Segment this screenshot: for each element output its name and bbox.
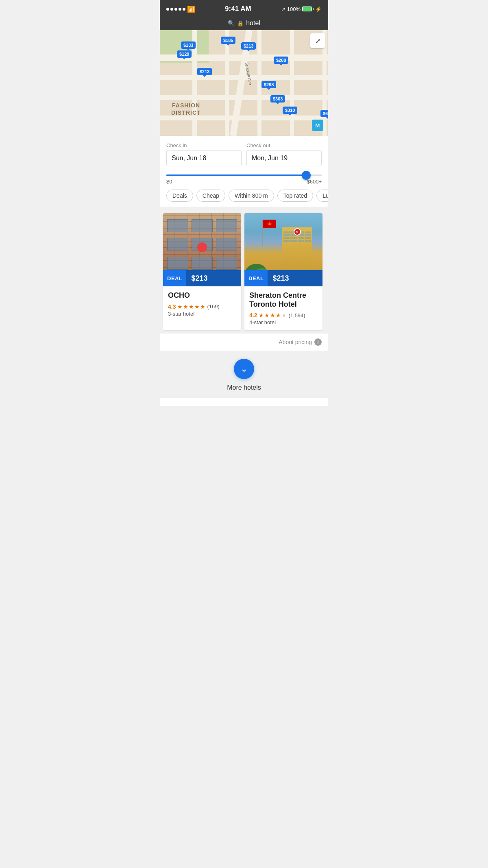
star-4: ★ [276,312,281,318]
filter-chips: Deals Cheap Within 800 m Top rated Luxur… [160,185,328,207]
safe-area [160,398,328,406]
divider [160,207,328,210]
price-pin[interactable]: $133 [181,41,196,49]
svg-rect-8 [257,30,261,136]
wifi-icon: 📶 [187,5,195,13]
more-hotels-button[interactable]: ⌄ [234,359,254,379]
deal-price-ocho: $213 [186,270,241,286]
hotel-card-ocho[interactable]: DEAL $213 OCHO 4.3 ★ ★ ★ ★ ★ (169) 3-sta… [163,213,241,330]
hotel-image-ocho: DEAL $213 [163,213,241,286]
lock-icon: 🔒 [237,20,244,26]
checkin-field[interactable]: Check in Sun, Jun 18 [166,142,242,166]
star-3: ★ [270,312,275,318]
rating-row-sheraton: 4.2 ★ ★ ★ ★ ★ (1,594) [249,312,318,318]
svg-rect-4 [160,95,328,100]
charging-icon: ⚡ [315,6,322,12]
transit-icon[interactable]: M [312,120,323,131]
rating-score-sheraton: 4.2 [249,312,257,318]
chevron-down-icon: ⌄ [240,364,248,373]
svg-rect-9 [290,30,294,136]
hotel-info-ocho: OCHO 4.3 ★ ★ ★ ★ ★ (169) 3-star hotel [163,286,241,322]
svg-rect-7 [225,30,229,136]
hotel-name-ocho: OCHO [168,291,236,300]
review-count-ocho: (169) [207,303,219,310]
deal-label-sheraton: DEAL [244,270,268,286]
star-1: ★ [259,312,264,318]
checkout-label: Check out [246,142,322,148]
status-right: ↗ 100% ⚡ [281,6,322,12]
price-pin[interactable]: $310 [283,107,297,114]
map-expand-button[interactable]: ⤢ [310,33,325,48]
rating-row-ocho: 4.3 ★ ★ ★ ★ ★ (169) [168,303,236,310]
star-4: ★ [194,303,200,310]
date-section: Check in Sun, Jun 18 Check out Mon, Jun … [160,136,328,166]
status-left: 📶 [166,5,195,13]
filter-chip-luxury[interactable]: Luxury [316,190,328,202]
slider-thumb[interactable] [302,171,311,180]
slider-fill [166,174,306,176]
hotel-image-sheraton: S 🍁 DEAL $213 [244,213,322,286]
review-count-sheraton: (1,594) [288,312,305,318]
filter-chip-deals[interactable]: Deals [166,190,193,202]
slider-track[interactable] [166,174,322,176]
hotel-card-sheraton[interactable]: S 🍁 DEAL $213 Sheraton Centre Toronto Ho… [244,213,322,330]
checkin-input[interactable]: Sun, Jun 18 [166,150,242,166]
map-area[interactable]: FASHION DISTRICT Spadina Ave $133 $129 $… [160,30,328,136]
price-pin[interactable]: $213 [197,68,212,75]
price-pin[interactable]: $288 [274,57,288,64]
filter-chip-cheap[interactable]: Cheap [196,190,225,202]
date-row: Check in Sun, Jun 18 Check out Mon, Jun … [166,142,322,166]
rating-score-ocho: 4.3 [168,303,176,310]
hotel-info-sheraton: Sheraton Centre Toronto Hotel 4.2 ★ ★ ★ … [244,286,322,330]
deal-badge-ocho: DEAL $213 [163,270,241,286]
battery-indicator [302,7,314,11]
stars-sheraton: ★ ★ ★ ★ ★ [259,312,287,318]
info-icon[interactable]: i [314,338,322,346]
bottom-section: ⌄ More hotels [160,351,328,398]
main-content: Check in Sun, Jun 18 Check out Mon, Jun … [160,136,328,207]
hotel-name-sheraton: Sheraton Centre Toronto Hotel [249,291,318,309]
svg-rect-5 [160,116,328,120]
deal-label-ocho: DEAL [163,270,186,286]
star-5: ★ [200,303,205,310]
checkin-label: Check in [166,142,242,148]
price-pin[interactable]: $659 [320,110,328,117]
price-pin[interactable]: $298 [261,81,276,88]
search-bar[interactable]: 🔍 🔒 hotel [160,18,328,30]
star-5: ★ [281,312,287,318]
checkout-field[interactable]: Check out Mon, Jun 19 [246,142,322,166]
deal-badge-sheraton: DEAL $213 [244,270,322,286]
search-icon: 🔍 [228,20,235,26]
svg-text:DISTRICT: DISTRICT [171,109,201,116]
slider-labels: $0 $600+ [166,179,322,185]
signal-dots [166,8,185,11]
price-pin[interactable]: $129 [177,50,192,58]
more-hotels-label: More hotels [227,384,261,391]
checkout-input[interactable]: Mon, Jun 19 [246,150,322,166]
hotel-type-sheraton: 4-star hotel [249,319,318,325]
status-bar: 📶 9:41 AM ↗ 100% ⚡ [160,0,328,18]
hotel-type-ocho: 3-star hotel [168,311,236,317]
filter-chip-within[interactable]: Within 800 m [229,190,274,202]
hotels-row: DEAL $213 OCHO 4.3 ★ ★ ★ ★ ★ (169) 3-sta… [160,210,328,334]
star-3: ★ [189,303,194,310]
star-2: ★ [183,303,188,310]
price-pin[interactable]: $213 [241,42,256,50]
slider-max: $600+ [307,179,322,185]
star-2: ★ [264,312,270,318]
star-1: ★ [177,303,183,310]
deal-price-sheraton: $213 [268,270,322,286]
svg-text:FASHION: FASHION [172,102,200,109]
stars-ocho: ★ ★ ★ ★ ★ [177,303,205,310]
battery-percent: 100% [287,6,301,12]
status-time: 9:41 AM [225,5,251,13]
price-pin[interactable]: $185 [221,37,235,44]
slider-min: $0 [166,179,172,185]
filter-chip-toprated[interactable]: Top rated [277,190,313,202]
search-text: hotel [246,20,260,27]
price-pin[interactable]: $303 [270,95,285,103]
about-pricing-row[interactable]: About pricing i [160,334,328,351]
expand-icon: ⤢ [315,37,320,45]
price-slider-section: $0 $600+ [160,166,328,185]
about-pricing-text: About pricing [279,339,312,345]
